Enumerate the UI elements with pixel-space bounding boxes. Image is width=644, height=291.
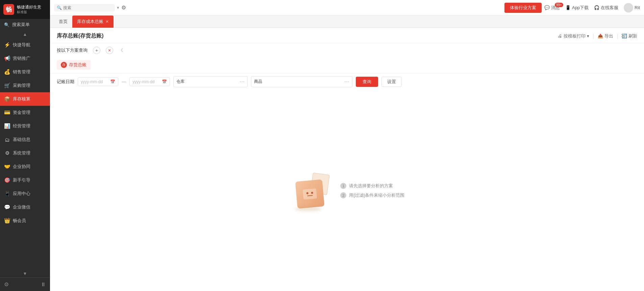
online-service-btn[interactable]: 🎧 在线客服 xyxy=(594,5,618,11)
user-area[interactable]: Rit xyxy=(624,3,640,13)
sidebar-item-basic[interactable]: 🗂 基础信息 xyxy=(0,133,50,146)
enterprise-wechat-nav-icon: 💬 xyxy=(4,204,10,210)
online-service-label: 在线客服 xyxy=(601,5,618,11)
filter-fold-btn[interactable]: 《 xyxy=(119,47,123,53)
scheme-item-inventory-ledger[interactable]: 存 存货总账 xyxy=(57,60,91,70)
message-badge: 99+ xyxy=(555,3,563,7)
date-end-placeholder: yyyy-mm-dd xyxy=(132,79,154,84)
print-btn[interactable]: 🖨 按模板打印 ▾ xyxy=(558,33,589,39)
empty-illustration xyxy=(290,170,330,211)
sidebar-item-operations[interactable]: 📊 经营管理 xyxy=(0,119,50,133)
marketing-nav-icon: 📢 xyxy=(4,55,10,62)
sidebar-item-inventory[interactable]: 📦 库存核算 xyxy=(0,92,50,106)
sidebar-item-purchase[interactable]: 🛒 采购管理 xyxy=(0,79,50,92)
filter-add-btn[interactable]: + xyxy=(93,47,100,54)
sidebar-item-app-center[interactable]: 📱 应用中心 xyxy=(0,187,50,200)
filter-del-btn[interactable]: × xyxy=(106,47,113,54)
product-label: 商品 xyxy=(254,79,262,84)
sidebar: 畅 畅捷通好生意 标准版 🔍 搜索菜单 ▲ ⚡ 快捷导航 📢 营销推广 💰 销售… xyxy=(0,0,50,291)
sidebar-logo: 畅 畅捷通好生意 标准版 xyxy=(0,0,50,19)
topbar-search-area: 🔍 ▾ ⚙ xyxy=(54,4,502,11)
page-header-actions: 🖨 按模板打印 ▾ 📤 导出 🔄 刷新 xyxy=(558,33,637,39)
tab-home-label: 首页 xyxy=(59,19,68,25)
eye-right xyxy=(311,192,314,194)
scroll-down-btn[interactable]: ▼ xyxy=(0,270,50,277)
tab-home[interactable]: 首页 xyxy=(54,16,72,28)
sidebar-item-enterprise-wechat[interactable]: 💬 企业微信 xyxy=(0,200,50,214)
system-nav-icon: ⚙ xyxy=(4,150,10,156)
box-mouth xyxy=(307,195,313,196)
username-label: Rit xyxy=(635,5,640,10)
sidebar-item-system[interactable]: ⚙ 系统管理 xyxy=(0,146,50,160)
sidebar-item-shortcut[interactable]: ⚡ 快捷导航 xyxy=(0,38,50,52)
printer-icon: 🖨 xyxy=(558,33,562,39)
app-download-label: App下载 xyxy=(572,5,589,11)
filter-area: 按以下方案查询 + × 《 存 存货总账 xyxy=(50,43,644,73)
member-nav-icon: 👑 xyxy=(4,218,10,224)
phone-icon: 📱 xyxy=(565,5,571,10)
operations-nav-icon: 📊 xyxy=(4,123,10,129)
basic-nav-label: 基础信息 xyxy=(13,137,30,143)
print-label: 按模板打印 xyxy=(564,33,586,39)
topbar-search-box[interactable]: 🔍 xyxy=(54,4,115,11)
tab-inventory-cost[interactable]: 库存成本总账 ✕ xyxy=(72,16,114,28)
export-btn[interactable]: 📤 导出 xyxy=(598,33,613,39)
newbie-nav-label: 新手引导 xyxy=(13,177,30,183)
sidebar-item-finance[interactable]: 💳 资金管理 xyxy=(0,106,50,119)
sidebar-item-cooperation[interactable]: 🤝 企业协同 xyxy=(0,160,50,173)
scroll-up-btn[interactable]: ▲ xyxy=(0,30,50,38)
basic-nav-icon: 🗂 xyxy=(4,137,10,143)
panel-expand-btn[interactable]: ⤢ xyxy=(630,32,634,38)
app-download-btn[interactable]: 📱 App下载 xyxy=(565,5,589,11)
tab-close-icon[interactable]: ✕ xyxy=(105,19,109,24)
sidebar-item-marketing[interactable]: 📢 营销推广 xyxy=(0,52,50,65)
topbar-gear-icon[interactable]: ⚙ xyxy=(121,4,126,11)
trial-industry-btn[interactable]: 体验行业方案 xyxy=(504,3,542,13)
date-end-input[interactable]: yyyy-mm-dd 📅 xyxy=(129,77,170,86)
settings-icon[interactable]: ⚙ xyxy=(4,281,9,288)
search-menu-label: 搜索菜单 xyxy=(12,22,30,28)
search-icon-topbar: 🔍 xyxy=(57,5,62,10)
empty-box xyxy=(295,179,325,209)
sidebar-item-newbie[interactable]: 🎯 新手引导 xyxy=(0,173,50,187)
sidebar-item-member[interactable]: 👑 畅会员 xyxy=(0,214,50,227)
empty-hint-list: 1 请先选择要分析的方案 2 用[过滤]条件来缩小分析范围 xyxy=(340,183,404,198)
product-input[interactable]: 商品 ··· xyxy=(251,76,352,87)
finance-nav-label: 资金管理 xyxy=(13,110,30,116)
filter-label: 按以下方案查询 xyxy=(57,47,88,53)
page-title: 库存总账(存货总账) xyxy=(57,32,104,40)
scheme-item-label: 存货总账 xyxy=(69,62,86,68)
hint-num-2: 2 xyxy=(340,192,346,198)
app-logo-icon: 畅 xyxy=(3,4,14,15)
app-center-nav-label: 应用中心 xyxy=(13,191,30,197)
page-header: 库存总账(存货总账) 🖨 按模板打印 ▾ 📤 导出 🔄 刷新 ✕ xyxy=(50,28,644,43)
export-icon: 📤 xyxy=(598,33,603,39)
product-more-icon: ··· xyxy=(344,78,349,85)
date-start-input[interactable]: yyyy-mm-dd 📅 xyxy=(78,77,118,86)
finance-nav-icon: 💳 xyxy=(4,110,10,116)
topbar-chevron-icon[interactable]: ▾ xyxy=(117,5,119,10)
system-nav-label: 系统管理 xyxy=(13,150,30,156)
sidebar-search-menu[interactable]: 🔍 搜索菜单 xyxy=(0,19,50,30)
message-btn[interactable]: 💬 消息 99+ xyxy=(544,5,560,11)
hint-text-2: 用[过滤]条件来缩小分析范围 xyxy=(349,192,404,198)
topbar-search-input[interactable] xyxy=(63,5,107,10)
filter-scheme-row: 按以下方案查询 + × 《 xyxy=(50,43,644,57)
newbie-nav-icon: 🎯 xyxy=(4,177,10,183)
calendar-start-icon: 📅 xyxy=(110,79,115,84)
panel-close-btn[interactable]: ✕ xyxy=(621,32,625,39)
warehouse-input[interactable]: 仓库 ··· xyxy=(173,76,248,87)
export-label: 导出 xyxy=(604,33,613,39)
query-btn[interactable]: 查询 xyxy=(356,77,378,87)
app-title: 畅捷通好生意 xyxy=(17,4,41,10)
empty-state: 1 请先选择要分析的方案 2 用[过滤]条件来缩小分析范围 xyxy=(50,90,644,291)
enterprise-wechat-nav-label: 企业微信 xyxy=(13,204,30,210)
app-center-nav-icon: 📱 xyxy=(4,191,10,197)
settings-btn[interactable]: 设置 xyxy=(381,77,402,87)
date-filter-row: 记账日期 yyyy-mm-dd 📅 — yyyy-mm-dd 📅 仓库 ··· … xyxy=(50,73,644,90)
sidebar-item-sales[interactable]: 💰 销售管理 xyxy=(0,65,50,79)
member-nav-label: 畅会员 xyxy=(13,218,26,224)
audio-icon[interactable]: ⏸ xyxy=(41,282,46,288)
divider2 xyxy=(617,33,618,39)
main-content: 🔍 ▾ ⚙ 体验行业方案 💬 消息 99+ 📱 App下载 🎧 在线客服 xyxy=(50,0,644,291)
